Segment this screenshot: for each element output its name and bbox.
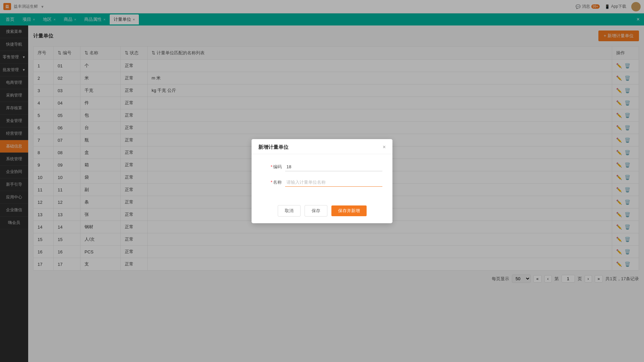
modal-add-unit: 新增计量单位 × *编码 *名称 取消 保存 保存并新增 — [252, 139, 392, 223]
form-row-name: *名称 — [262, 178, 382, 187]
cancel-button[interactable]: 取消 — [278, 205, 301, 217]
name-label: *名称 — [262, 179, 282, 185]
save-and-new-button[interactable]: 保存并新增 — [331, 205, 367, 216]
name-input[interactable] — [285, 178, 382, 187]
modal-footer: 取消 保存 保存并新增 — [252, 202, 392, 223]
modal-header: 新增计量单位 × — [252, 139, 392, 154]
modal-title: 新增计量单位 — [258, 144, 288, 150]
form-row-code: *编码 — [262, 163, 382, 171]
required-star: * — [271, 164, 272, 169]
modal-body: *编码 *名称 — [252, 154, 392, 202]
modal-close-btn[interactable]: × — [383, 144, 386, 150]
modal-overlay[interactable]: 新增计量单位 × *编码 *名称 取消 保存 保存并新增 — [0, 0, 644, 362]
code-input[interactable] — [285, 163, 382, 171]
required-star-name: * — [271, 180, 272, 185]
save-button[interactable]: 保存 — [305, 205, 327, 217]
code-label: *编码 — [262, 164, 282, 170]
